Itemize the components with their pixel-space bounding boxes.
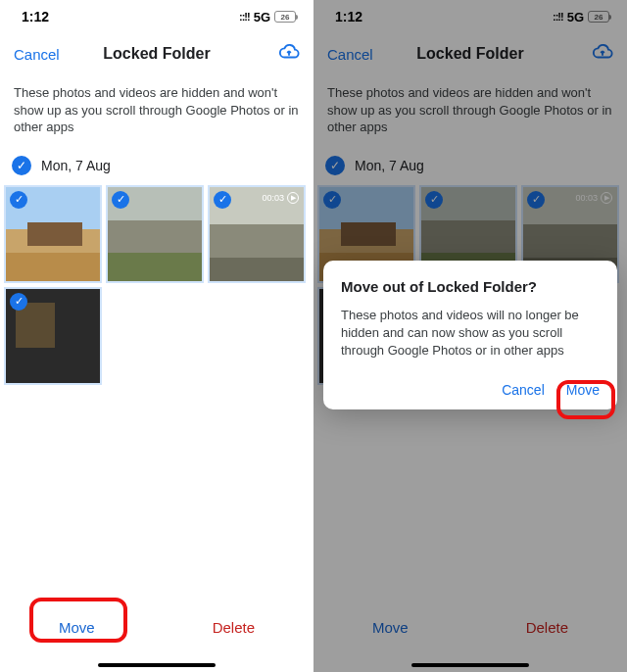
network-label: 5G — [254, 10, 270, 24]
check-icon: ✓ — [214, 191, 231, 209]
delete-button[interactable]: Delete — [526, 619, 568, 636]
date-row[interactable]: ✓ Mon, 7 Aug — [314, 150, 627, 185]
move-dialog: Move out of Locked Folder? These photos … — [323, 261, 617, 409]
network-label: 5G — [567, 10, 584, 24]
status-bar: 1:12 ::!! 5G 26 — [0, 0, 314, 33]
photo-thumb[interactable]: ✓ — [106, 185, 204, 283]
bottom-bar: Move Delete — [0, 596, 314, 672]
date-label: Mon, 7 Aug — [355, 158, 424, 173]
status-time: 1:12 — [22, 9, 49, 24]
header: Cancel Locked Folder — [314, 33, 627, 74]
check-icon: ✓ — [112, 191, 129, 209]
dialog-cancel-button[interactable]: Cancel — [502, 382, 545, 398]
cancel-button[interactable]: Cancel — [327, 46, 373, 63]
dialog-actions: Cancel Move — [341, 382, 600, 398]
screen-right: 1:12 ::!! 5G 26 Cancel Locked Folder The… — [314, 0, 627, 672]
date-label: Mon, 7 Aug — [41, 158, 111, 173]
photo-grid: ✓ ✓ ✓ 00:03▶ ✓ — [0, 185, 314, 385]
check-icon: ✓ — [10, 191, 27, 209]
cancel-button[interactable]: Cancel — [14, 46, 60, 63]
cloud-upload-icon[interactable] — [592, 41, 613, 67]
home-indicator[interactable] — [98, 663, 216, 667]
play-icon: ▶ — [287, 192, 299, 204]
dialog-body: These photos and videos will no longer b… — [341, 307, 600, 360]
delete-button[interactable]: Delete — [213, 619, 255, 636]
photo-thumb[interactable]: ✓ — [4, 185, 102, 283]
bottom-bar: Move Delete — [314, 596, 627, 672]
move-button[interactable]: Move — [59, 619, 95, 636]
move-button[interactable]: Move — [372, 619, 409, 636]
signal-icon: ::!! — [239, 11, 250, 23]
screen-left: 1:12 ::!! 5G 26 Cancel Locked Folder The… — [0, 0, 314, 672]
check-icon: ✓ — [325, 156, 345, 175]
video-thumb[interactable]: ✓ 00:03▶ — [208, 185, 306, 283]
header: Cancel Locked Folder — [0, 33, 314, 74]
check-icon: ✓ — [527, 191, 545, 209]
battery-icon: 26 — [274, 11, 296, 23]
signal-icon: ::!! — [553, 11, 563, 23]
check-icon: ✓ — [10, 293, 27, 311]
play-icon: ▶ — [601, 192, 612, 204]
check-icon: ✓ — [12, 156, 31, 175]
video-duration-badge: 00:03▶ — [262, 192, 299, 204]
dialog-move-button[interactable]: Move — [566, 382, 600, 398]
status-time: 1:12 — [335, 9, 362, 24]
video-duration-badge: 00:03▶ — [575, 192, 612, 204]
status-right: ::!! 5G 26 — [553, 10, 609, 24]
battery-icon: 26 — [588, 11, 609, 23]
status-right: ::!! 5G 26 — [239, 10, 296, 24]
status-bar: 1:12 ::!! 5G 26 — [314, 0, 627, 33]
dialog-title: Move out of Locked Folder? — [341, 278, 600, 295]
description-text: These photos and videos are hidden and w… — [0, 74, 314, 150]
home-indicator[interactable] — [411, 663, 529, 667]
description-text: These photos and videos are hidden and w… — [314, 74, 627, 150]
date-row[interactable]: ✓ Mon, 7 Aug — [0, 150, 314, 185]
check-icon: ✓ — [425, 191, 443, 209]
check-icon: ✓ — [323, 191, 341, 209]
photo-thumb[interactable]: ✓ — [4, 287, 102, 385]
cloud-upload-icon[interactable] — [278, 41, 300, 67]
